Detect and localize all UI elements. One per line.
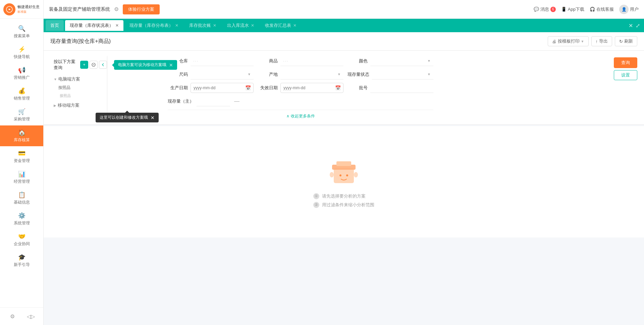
color-select[interactable]: ▼ bbox=[370, 56, 433, 66]
scheme-sidebar: 按以下方案查询 + 电脑方案可设为移动方案哦 ✕ bbox=[50, 56, 107, 122]
filter-row-2: 尺码 ▼ 产地 ▼ 现存量状态 ▼ bbox=[168, 69, 433, 79]
batch-input[interactable] bbox=[370, 83, 433, 93]
scheme-item-1[interactable]: 按照品 bbox=[50, 84, 107, 92]
message-icon: 💬 bbox=[534, 7, 539, 12]
enterprise-icon: 🤝 bbox=[18, 233, 25, 240]
origin-select[interactable]: ▼ bbox=[280, 69, 343, 79]
guide-icon: 🎓 bbox=[18, 254, 25, 261]
stock-status-field: 现存量状态 ▼ bbox=[347, 69, 433, 79]
header-left: 装备及固定资产辅助管理系统 ⚙ 体验行业方案 bbox=[49, 4, 160, 14]
search-icon: 🔍 bbox=[18, 25, 25, 32]
tab-in-out-flow-label: 出入库流水 bbox=[227, 22, 249, 29]
refresh-label: 刷新 bbox=[624, 38, 633, 44]
close-all-tabs-btn[interactable]: ✕ bbox=[629, 22, 633, 29]
tab-in-out-flow-close[interactable]: ✕ bbox=[251, 23, 254, 28]
print-dropdown-icon: ▼ bbox=[581, 40, 584, 43]
avatar: 👤 bbox=[619, 5, 629, 14]
sidebar-item-finance[interactable]: 💳 资金管理 bbox=[0, 146, 43, 167]
sidebar-item-ops[interactable]: 📊 经营管理 bbox=[0, 167, 43, 188]
filter-settings-btn[interactable]: 设置 bbox=[614, 70, 637, 80]
collapse-sidebar-btn[interactable]: ◁▷ bbox=[25, 311, 36, 322]
sidebar-item-search[interactable]: 🔍 搜索菜单 bbox=[0, 21, 43, 42]
collapse-up-icon: ∧ bbox=[286, 114, 289, 118]
collapse-btn[interactable]: ∧ 收起更多条件 bbox=[286, 113, 315, 119]
svg-point-8 bbox=[330, 172, 334, 177]
query-btn[interactable]: 查询 bbox=[614, 57, 637, 68]
back-scheme-btn[interactable] bbox=[99, 61, 107, 69]
edit-scheme-btn[interactable] bbox=[90, 61, 98, 69]
tab-inventory-dist-close[interactable]: ✕ bbox=[175, 23, 178, 28]
refresh-btn[interactable]: ↻ 刷新 bbox=[615, 36, 637, 46]
sidebar-item-marketing[interactable]: 📢 营销推广 bbox=[0, 63, 43, 84]
filter-row-3: 生产日期 📅 失效日期 📅 批号 bbox=[168, 83, 433, 93]
message-label: 消息 bbox=[540, 6, 549, 12]
app-download-btn[interactable]: 📱 App下载 bbox=[561, 6, 584, 12]
logo-name: 畅捷通好生意 bbox=[17, 4, 40, 9]
expire-date-from-wrap: 📅 bbox=[280, 83, 343, 93]
tab-collect-summary[interactable]: 收发存汇总表 ✕ bbox=[260, 20, 301, 31]
sidebar-item-guide[interactable]: 🎓 新手引导 bbox=[0, 250, 43, 271]
sidebar-item-purchase[interactable]: 🛒 采购管理 bbox=[0, 105, 43, 125]
warehouse-select[interactable]: ··· bbox=[191, 56, 254, 66]
sidebar-item-inventory[interactable]: 🏠 库存核算 bbox=[0, 125, 43, 146]
sidebar-item-enterprise[interactable]: 🤝 企业协同 bbox=[0, 229, 43, 250]
sidebar-item-system-label: 系统管理 bbox=[14, 220, 30, 226]
settings-bottom-btn[interactable]: ⚙ bbox=[7, 311, 18, 322]
sidebar-item-system[interactable]: ⚙️ 系统管理 bbox=[0, 209, 43, 229]
tab-collect-summary-close[interactable]: ✕ bbox=[293, 23, 297, 28]
scheme-group-mobile-title[interactable]: ▶ 移动端方案 bbox=[50, 101, 107, 110]
prod-date-from-input[interactable] bbox=[191, 83, 254, 93]
main-content: 现存量查询(按仓库+商品) 🖨 按模板打印 ▼ ↑ 导出 ↻ 刷新 按以下方案查… bbox=[44, 32, 644, 325]
tab-inventory-status-label: 现存量（库存状况表） bbox=[70, 22, 113, 29]
mobile-group-arrow: ▶ bbox=[54, 104, 56, 107]
trial-button[interactable]: 体验行业方案 bbox=[123, 4, 160, 14]
color-label: 颜色 bbox=[347, 58, 368, 64]
tab-batch-account-close[interactable]: ✕ bbox=[213, 23, 216, 28]
scheme-group-pc-title[interactable]: ▼ 电脑端方案 bbox=[50, 75, 107, 84]
expand-tabs-btn[interactable]: ⤢ bbox=[636, 22, 640, 29]
user-label: 用户 bbox=[630, 6, 639, 12]
tab-home-label: 首页 bbox=[50, 22, 59, 29]
print-btn[interactable]: 🖨 按模板打印 ▼ bbox=[548, 36, 589, 46]
scheme-tooltip-popup: 电脑方案可设为移动方案哦 ✕ bbox=[114, 60, 177, 70]
tab-inventory-status[interactable]: 现存量（库存状况表） ✕ bbox=[65, 20, 123, 31]
sidebar: 畅捷通好生意 标准版 🔍 搜索菜单 ⚡ 快捷导航 📢 营销推广 💰 销售管理 🛒… bbox=[0, 0, 44, 325]
scheme-item-2[interactable]: 接照品 bbox=[50, 92, 107, 100]
stock-status-select[interactable]: ▼ bbox=[372, 69, 433, 79]
expire-date-from-calendar-icon[interactable]: 📅 bbox=[335, 85, 341, 91]
tab-in-out-flow[interactable]: 出入库流水 ✕ bbox=[222, 20, 259, 31]
size-select[interactable]: ▼ bbox=[191, 69, 254, 79]
sidebar-item-base[interactable]: 📋 基础信息 bbox=[0, 188, 43, 209]
prod-date-label: 生产日期 bbox=[168, 85, 188, 91]
batch-field: 批号 bbox=[347, 83, 433, 93]
gear-icon[interactable]: ⚙ bbox=[114, 6, 119, 12]
product-select[interactable]: ··· bbox=[280, 56, 343, 66]
tab-inventory-dist[interactable]: 现存量（库存分布表） ✕ bbox=[125, 20, 183, 31]
prod-date-from-wrap: 📅 bbox=[191, 83, 254, 93]
add-scheme-btn[interactable]: + bbox=[80, 61, 88, 69]
prod-date-from-calendar-icon[interactable]: 📅 bbox=[245, 85, 251, 91]
message-btn[interactable]: 💬 消息 6 bbox=[534, 6, 556, 12]
tab-inventory-status-close[interactable]: ✕ bbox=[115, 23, 119, 28]
user-area[interactable]: 👤 用户 bbox=[619, 5, 639, 14]
tab-home[interactable]: 首页 bbox=[46, 20, 64, 31]
sidebar-item-search-label: 搜索菜单 bbox=[14, 33, 30, 39]
svg-point-7 bbox=[346, 174, 348, 176]
scheme-tooltip-close[interactable]: ✕ bbox=[169, 62, 173, 68]
stock-status-arrow: ▼ bbox=[427, 72, 431, 76]
pc-group-label: 电脑端方案 bbox=[58, 76, 80, 82]
create-tooltip-close[interactable]: ✕ bbox=[151, 115, 155, 120]
inventory-icon: 🏠 bbox=[18, 129, 25, 136]
sidebar-item-finance-label: 资金管理 bbox=[14, 158, 30, 164]
stock-qty-from-input[interactable] bbox=[197, 96, 230, 106]
export-btn[interactable]: ↑ 导出 bbox=[591, 36, 612, 46]
sidebar-item-quicknav[interactable]: ⚡ 快捷导航 bbox=[0, 42, 43, 63]
sidebar-item-sales[interactable]: 💰 销售管理 bbox=[0, 84, 43, 105]
expire-date-from-input[interactable] bbox=[280, 83, 343, 93]
app-download-label: App下载 bbox=[568, 6, 584, 12]
filter-header-btns: + bbox=[80, 61, 107, 69]
stock-qty-label: 现存量（主） bbox=[168, 98, 194, 104]
svg-rect-5 bbox=[336, 161, 351, 166]
tab-batch-account[interactable]: 库存批次账 ✕ bbox=[184, 20, 221, 31]
online-support-btn[interactable]: 🎧 在线客服 bbox=[590, 6, 614, 12]
